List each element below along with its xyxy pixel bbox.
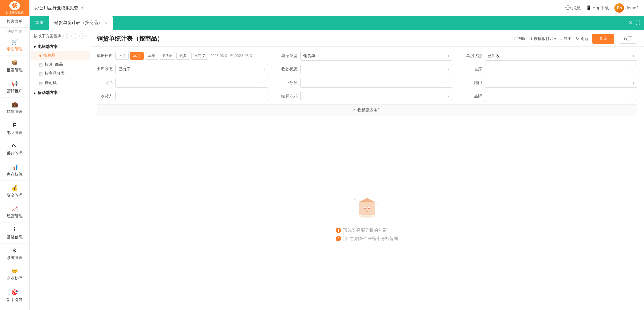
tab-sales-stats[interactable]: 销货单统计表（按商品） ✕ [49,16,113,30]
tab-sales-stats-label: 销货单统计表（按商品） [54,20,102,26]
sidebar-item-finance[interactable]: 💰 资金管理 [0,181,29,202]
date-tab-this-year[interactable]: 本年 [145,52,158,60]
help-btn[interactable]: ? 帮助 [513,36,525,42]
empty-illustration: ✦ ✦ ✦ [350,189,384,222]
export-icon: ↓ [560,36,562,41]
sidebar-item-cooperation[interactable]: 🤝 企业协同 [0,264,29,285]
print-btn[interactable]: 🖨 按模板打印 ▾ [529,36,556,42]
date-tab-this-month[interactable]: 本月 [130,52,144,60]
purchase-icon: 🛍 [12,143,17,150]
search-menu[interactable]: 搜索菜单 [0,16,29,28]
inventory-icon: 📊 [11,163,18,171]
app-download-label: App下载 [593,5,609,11]
tabbar: 首页 销货单统计表（按商品） ✕ ✕ ⛶ [30,16,644,30]
sidebar-item-purchase[interactable]: 🛍 采购管理 [0,139,29,160]
date-tab-custom[interactable]: 自定义 [191,52,208,60]
edit-plan-btn[interactable]: ○ [71,33,77,39]
message-label: 消息 [572,5,581,11]
quick-nav-label: 快捷导航 [0,28,29,35]
receiver-control[interactable]: ··· [115,91,268,101]
dept-control[interactable]: ▾ [485,78,637,88]
filter-area: 单据日期 上月 本月 本年 近7天 更多 自定义 2023-03-01 至 20… [90,47,644,120]
svg-rect-0 [359,202,375,215]
empty-tip-2: 2 用[过滤]条件来缩小分析范围 [336,236,398,242]
tree-item-month-goods[interactable]: ▤ 按月+商品 [30,60,90,69]
collapse-filter-btn[interactable]: ∧ 收起更多条件 [97,104,637,116]
export-btn[interactable]: ↓ 导出 [560,36,572,42]
user-menu[interactable]: Ea demo2 [614,3,639,13]
staff-dots: ··· [446,80,449,85]
svg-marker-1 [359,198,375,202]
doc-type-control[interactable]: 销货单 ▾ [300,51,453,61]
date-tab-more[interactable]: 更多 [176,52,190,60]
warehouse-status-chevron: ▾ [263,67,265,71]
top-title: 办公用品行业模拟账套 [35,5,78,11]
warehouse-status-label: 出库状态 [97,66,115,72]
tab-close-window-btn[interactable]: ✕ [629,20,633,25]
guide-icon: 🎯 [11,289,18,296]
sidebar-item-system[interactable]: ⚙ 系统管理 [0,244,29,264]
sidebar-item-sales[interactable]: 💼 销售管理 [0,98,29,118]
date-label: 单据日期 [97,53,115,59]
brand-control[interactable]: ··· [485,91,637,101]
date-range-text: 2023-03-01 至 2023-03-31 [210,53,254,58]
collapse-panel-btn[interactable]: « [79,33,86,39]
query-btn[interactable]: 查询 [592,34,614,44]
empty-tip-1-text: 请先选择要分析的方案 [343,227,387,234]
page-title: 销货单统计表（按商品） [97,35,163,43]
doc-status-label: 单据状态 [466,53,485,59]
left-panel-title: 按以下方案查询 [34,33,62,39]
date-tab-7days[interactable]: 近7天 [160,52,175,60]
content-area: 按以下方案查询 + ○ « ▾ 电脑端方案 ● 按商品 ▤ 按月+商品 ▤ [30,30,644,310]
settings-btn[interactable]: 设置 [619,34,637,44]
sidebar-item-appcenter[interactable]: 📱 应用中心 [0,306,29,310]
sidebar-item-basic[interactable]: ℹ 基础信息 [0,223,29,244]
payment-control[interactable]: ▾ [300,91,453,101]
tip-num-2: 2 [336,236,341,241]
top-dropdown[interactable]: ▾ [81,6,83,10]
sidebar-item-marketing[interactable]: 📢 营销推广 [0,76,29,97]
tree-arrow-mobile-icon: ▸ [34,91,36,95]
goods-control[interactable]: ··· [115,78,268,88]
app-download-btn[interactable]: 📱 App下载 [586,5,609,11]
warehouse-label: 仓库 [466,66,485,72]
main-area: 办公用品行业模拟账套 ▾ 💬 消息 📱 App下载 Ea demo2 首页 销货… [30,0,644,310]
finance-icon: 💰 [11,184,18,192]
sidebar-item-guide[interactable]: 🎯 新手引导 [0,285,29,306]
add-plan-btn[interactable]: + [63,33,69,39]
sidebar-item-retail[interactable]: 🛒 零售管理 [0,35,29,56]
filter-group-warehouse-status: 出库状态 已出库 ▾ [97,64,268,74]
message-btn[interactable]: 💬 消息 [565,5,581,11]
sidebar-item-inventory[interactable]: 📊 库存核算 [0,160,29,181]
sidebar-item-operations[interactable]: 📈 经营管理 [0,202,29,223]
svg-point-4 [364,208,366,209]
left-panel-header: 按以下方案查询 + ○ « [30,30,90,41]
tab-home[interactable]: 首页 [30,16,49,30]
payment-label: 结算方式 [281,93,300,99]
date-tab-last-month[interactable]: 上月 [115,52,129,60]
warehouse-status-control[interactable]: 已出库 ▾ [115,64,268,74]
svg-text:✦: ✦ [377,204,379,206]
tab-home-label: 首页 [35,20,44,26]
tab-expand-btn[interactable]: ⛶ [635,20,640,25]
tree-item-by-goods[interactable]: ● 按商品 [30,51,90,60]
filter-row-2: 出库状态 已出库 ▾ 收款状态 ▾ [97,64,637,74]
staff-control[interactable]: ··· [300,78,453,88]
message-icon: 💬 [565,5,571,10]
filter-group-warehouse: 仓库 ··· [466,64,637,74]
tab-close-icon[interactable]: ✕ [104,21,107,25]
sidebar-item-ecommerce[interactable]: 🖥 电商管理 [0,118,29,139]
refresh-btn[interactable]: ↻ 刷新 [576,36,588,42]
tree-item-by-driver[interactable]: ▤ 按司机 [30,78,90,87]
collect-status-control[interactable]: ▾ [300,64,453,74]
ecommerce-icon: 🖥 [12,122,17,129]
doc-status-control[interactable]: 已生效 ▾ [485,51,637,61]
filter-row-3: 商品 ··· 业务员 ··· [97,78,637,88]
tree-item-goods-category[interactable]: ▤ 按商品分类 [30,69,90,78]
sidebar-item-wholesale[interactable]: 📦 批发管理 [0,56,29,76]
left-panel: 按以下方案查询 + ○ « ▾ 电脑端方案 ● 按商品 ▤ 按月+商品 ▤ [30,30,90,310]
goods-label: 商品 [97,80,115,86]
empty-tip-2-text: 用[过滤]条件来缩小分析范围 [343,236,398,242]
warehouse-control[interactable]: ··· [485,64,637,74]
refresh-icon: ↻ [576,36,579,41]
